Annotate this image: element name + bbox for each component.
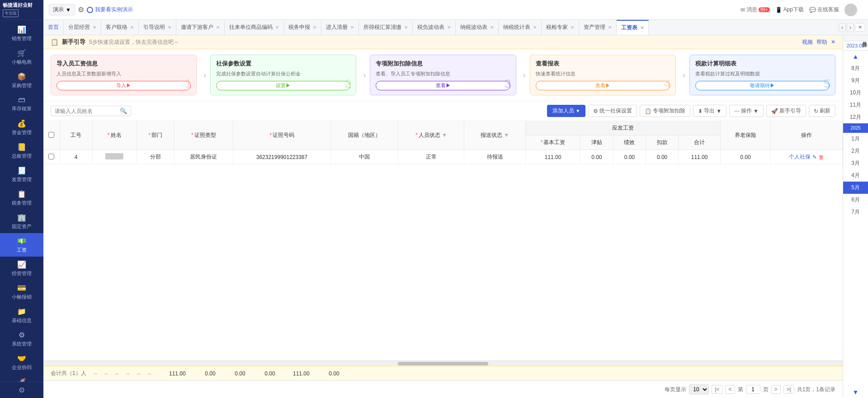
sidebar-item-inventory[interactable]: 🗃 库存核算 — [0, 92, 43, 116]
tab-layered[interactable]: 分层经营 ✕ — [64, 20, 101, 35]
org-selector[interactable]: 演示 ▼ — [49, 4, 75, 15]
tab-home[interactable]: 首页 — [43, 20, 64, 35]
tab-asset-mgmt-close[interactable]: ✕ — [608, 25, 612, 30]
tab-invite-close[interactable]: ✕ — [216, 25, 220, 30]
month-scroll-up-button[interactable]: ▲ — [850, 52, 862, 61]
sidebar-item-ledger[interactable]: 📒 总账管理 — [0, 139, 43, 163]
tab-tax-expert[interactable]: 税检专家 ✕ — [542, 20, 579, 35]
sidebar-item-basic[interactable]: 📁 基础信息 — [0, 304, 43, 327]
sidebar-item-expense[interactable]: 💳 小畅报销 — [0, 280, 43, 304]
page-last-button[interactable]: >| — [783, 385, 794, 394]
step-1-btn[interactable]: 导入▶ — [57, 81, 191, 90]
tab-customer-close[interactable]: ✕ — [130, 25, 134, 30]
tab-tax-expert-close[interactable]: ✕ — [571, 25, 574, 30]
tab-guide[interactable]: 引导说明 ✕ — [139, 20, 176, 35]
tab-tax-wave-close[interactable]: ✕ — [490, 25, 494, 30]
sidebar-item-operation[interactable]: 📈 经营管理 — [0, 257, 43, 280]
tab-tax-report-close[interactable]: ✕ — [313, 25, 316, 30]
month-item-12[interactable]: 12月 — [843, 111, 868, 123]
tab-income-tax-close[interactable]: ✕ — [404, 25, 408, 30]
select-all-checkbox[interactable] — [48, 132, 54, 138]
sidebar-item-invoice[interactable]: 🧾 发票管理 — [0, 163, 43, 186]
tab-layered-close[interactable]: ✕ — [93, 25, 96, 30]
avatar[interactable] — [844, 4, 857, 16]
sidebar-item-sales[interactable]: 📊 销售管理 — [0, 22, 43, 45]
guide-video-link[interactable]: 视频 — [802, 38, 813, 46]
refresh-button[interactable]: ↻ 刷新 — [809, 105, 835, 117]
tab-tax-report[interactable]: 税务申报 ✕ — [284, 20, 321, 35]
tab-product-code-close[interactable]: ✕ — [275, 25, 279, 30]
row-checkbox[interactable] — [48, 154, 54, 159]
add-person-button[interactable]: 添加人员 ▼ — [547, 105, 585, 117]
demo-link[interactable]: 我要看实例演示 — [87, 6, 133, 14]
tab-customer[interactable]: 客户联络 ✕ — [101, 20, 139, 35]
sidebar-item-collab[interactable]: 🤝 企业协同 — [0, 351, 43, 374]
delete-icon[interactable]: 🗑 — [819, 154, 824, 160]
tab-asset-mgmt[interactable]: 资产管理 ✕ — [579, 20, 617, 35]
tab-invite[interactable]: 邀请下游客户 ✕ — [176, 20, 225, 35]
tab-tax-stats[interactable]: 纳税统计表 ✕ — [499, 20, 542, 35]
step-2-btn[interactable]: 设置▶ — [216, 81, 350, 90]
sidebar-item-tax[interactable]: 📋 税务管理 — [0, 186, 43, 210]
tab-payroll[interactable]: 工资表 ✕ — [617, 20, 649, 35]
step-5-btn[interactable]: 敬请期待▶ — [695, 81, 830, 90]
tab-close-all-button[interactable]: ✕ — [855, 23, 865, 32]
special-deduction-button[interactable]: 📋 专项附加扣除 — [640, 105, 690, 117]
tab-income-tax[interactable]: 所得税汇算清缴 ✕ — [359, 20, 413, 35]
month-item-3[interactable]: 3月 — [843, 157, 868, 169]
guide-help-link[interactable]: 帮助 — [816, 38, 827, 46]
sidebar-item-finance[interactable]: 💰 资金管理 — [0, 116, 43, 139]
tab-guide-close[interactable]: ✕ — [168, 25, 171, 30]
status-filter-icon[interactable]: ▼ — [442, 132, 447, 138]
tab-tax-wave[interactable]: 纳税波动表 ✕ — [456, 20, 499, 35]
unified-settings-button[interactable]: ⚙ 统一社保设置 — [588, 105, 637, 117]
personal-insurance-link[interactable]: 个人社保 — [789, 153, 811, 161]
step-4-btn[interactable]: 查看▶ — [536, 81, 670, 90]
operations-button[interactable]: ⋯ 操作 ▼ — [729, 105, 764, 117]
tab-tax-fluctuation[interactable]: 税负波动表 ✕ — [413, 20, 456, 35]
export-button[interactable]: ⬇ 导出 ▼ — [693, 105, 726, 117]
online-service-button[interactable]: 💬 在线客服 — [809, 6, 839, 14]
page-first-button[interactable]: |< — [712, 385, 722, 394]
month-item-year-2025[interactable]: 2025 — [843, 123, 868, 133]
tab-tax-fluctuation-close[interactable]: ✕ — [447, 25, 451, 30]
guide-close-btn[interactable]: ✕ — [831, 39, 835, 45]
page-next-button[interactable]: > — [771, 385, 781, 394]
month-item-11[interactable]: 11月 — [843, 99, 868, 111]
month-item-8[interactable]: 8月 — [843, 62, 868, 75]
per-page-select[interactable]: 10 20 50 — [689, 384, 709, 394]
tab-tax-stats-close[interactable]: ✕ — [533, 25, 537, 30]
scrollbar-thumb[interactable] — [398, 362, 488, 365]
app-download-button[interactable]: 📱 App下载 — [775, 6, 804, 14]
sidebar-item-system[interactable]: ⚙ 系统管理 — [0, 327, 43, 351]
month-item-5[interactable]: 5月 — [843, 182, 868, 194]
sidebar-item-assets[interactable]: 🏢 固定资产 — [0, 210, 43, 233]
tab-prev-button[interactable]: ‹ — [839, 23, 846, 32]
month-item-10[interactable]: 10月 — [843, 87, 868, 99]
sidebar-item-ecommerce[interactable]: 🛒 小畅电商 — [0, 45, 43, 69]
month-item-2[interactable]: 2月 — [843, 145, 868, 157]
sidebar-settings-icon[interactable]: ⚙ — [19, 386, 25, 394]
tab-payroll-close[interactable]: ✕ — [640, 25, 644, 30]
month-item-4[interactable]: 4月 — [843, 169, 868, 182]
month-item-7[interactable]: 7月 — [843, 206, 868, 218]
newguide-button[interactable]: 🚀 新手引导 — [766, 105, 806, 117]
tab-next-button[interactable]: › — [847, 23, 854, 32]
month-item-9[interactable]: 9月 — [843, 75, 868, 87]
sidebar-item-payroll[interactable]: 💵 工资 — [0, 233, 43, 257]
step-3-btn[interactable]: 查看▶ — [376, 81, 510, 90]
search-input[interactable] — [55, 108, 118, 114]
sidebar-item-newguide[interactable]: 🚀 新手引导 — [0, 374, 43, 382]
tab-product-code[interactable]: 往来单位商品编码 ✕ — [225, 20, 284, 35]
search-icon[interactable]: 🔍 — [120, 108, 127, 114]
month-item-1[interactable]: 1月 — [843, 133, 868, 145]
horizontal-scrollbar[interactable] — [43, 361, 843, 366]
tab-register-close[interactable]: ✕ — [350, 25, 354, 30]
tab-register[interactable]: 进入清册 ✕ — [321, 20, 359, 35]
sidebar-item-purchase[interactable]: 📦 采购管理 — [0, 69, 43, 92]
report-filter-icon[interactable]: ▼ — [504, 132, 509, 138]
topbar-settings-icon[interactable]: ⚙ — [78, 5, 84, 14]
page-prev-button[interactable]: < — [725, 385, 735, 394]
month-scroll-down-button[interactable]: ▼ — [850, 388, 862, 397]
page-number-input[interactable] — [746, 385, 760, 394]
